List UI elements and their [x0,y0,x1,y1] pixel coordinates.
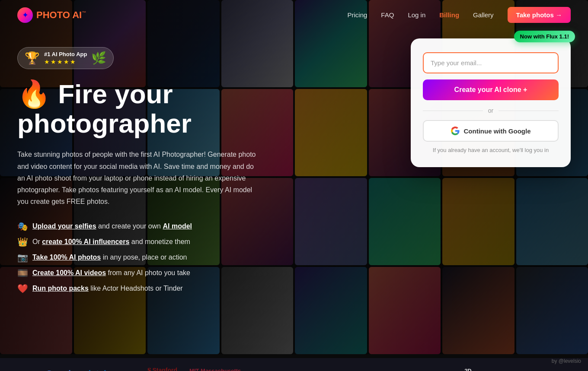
award-badge: 🏆 #1 AI Photo App ★★★★★ 🌿 [17,47,114,69]
videos-text: Create 100% AI videos from any AI photo … [32,269,190,277]
logo-icon: ✦ [17,7,33,23]
signin-hint: If you already have an account, we'll lo… [423,147,559,153]
feature-videos: 🎞️ Create 100% AI videos from any AI pho… [17,268,303,278]
google-icon [451,127,460,135]
hero-title: 🔥 Fire your photographer [17,79,303,138]
nav-gallery[interactable]: Gallery [473,11,494,19]
title-line2: photographer [17,108,192,138]
laurel-left: 🏆 [25,51,40,65]
brand-google: Google [46,369,76,371]
photo-packs-link[interactable]: Run photo packs [32,285,89,292]
create-influencers-link[interactable]: create 100% AI influencers [42,238,129,245]
photos-emoji: 📷 [17,252,28,263]
influencers-emoji: 👑 [17,237,28,247]
create-clone-button[interactable]: Create your AI clone + [423,79,559,100]
brand-pwc: pwc [120,369,135,371]
nav-login[interactable]: Log in [408,11,425,19]
feature-influencers: 👑 Or create 100% AI influencers and mone… [17,237,303,247]
email-input[interactable] [423,52,559,73]
nav-billing[interactable]: Billing [439,11,459,19]
title-emoji: 🔥 [17,79,51,109]
award-stars: ★★★★★ [44,58,87,65]
brands-bar: used by Google intel. pwc 𝐒 StanfordUniv… [0,358,588,371]
hero-description: Take stunning photos of people with the … [17,149,259,207]
feature-packs: ❤️ Run photo packs like Actor Headshots … [17,283,303,294]
nav-faq[interactable]: FAQ [381,11,394,19]
packs-emoji: ❤️ [17,283,28,294]
brand-intel: intel. [88,369,108,371]
brands-used: Google intel. pwc 𝐒 StanfordUniversity M… [46,367,251,371]
photos-text: Take 100% AI photos in any pose, place o… [32,254,187,261]
packs-text: Run photo packs like Actor Headshots or … [32,285,183,292]
logo[interactable]: ✦ PHOTO AI™ [17,7,86,23]
signup-area: Now with Flux 1.1! Create your AI clone … [411,38,571,167]
navbar: ✦ PHOTO AI™ Pricing FAQ Log in Billing G… [0,0,588,30]
hero-features: 🎭 Upload your selfies and create your ow… [17,221,303,294]
videos-emoji: 🎞️ [17,268,28,278]
take-photos-link[interactable]: Take 100% AI photos [32,254,101,261]
google-button-label: Continue with Google [464,127,531,135]
hero-content: 🏆 #1 AI Photo App ★★★★★ 🌿 🔥 Fire your ph… [17,38,303,294]
brand-stanford: 𝐒 StanfordUniversity [147,367,177,371]
logo-text: PHOTO AI™ [36,10,86,21]
influencers-text: Or create 100% AI influencers and moneti… [32,238,190,246]
nav-links: Pricing FAQ Log in Billing Gallery Take … [348,7,571,23]
brand-zdnet: 2DNET [464,368,476,371]
hero-section: 🏆 #1 AI Photo App ★★★★★ 🌿 🔥 Fire your ph… [0,30,588,358]
create-videos-link[interactable]: Create 100% AI videos [32,269,106,276]
brand-mit: MIT MassachusettsInstitute of Technology [189,368,251,371]
ai-model-link[interactable]: AI model [163,222,192,230]
feature-photos: 📷 Take 100% AI photos in any pose, place… [17,252,303,263]
laurel-right: 🌿 [91,51,106,65]
nav-pricing[interactable]: Pricing [348,11,368,19]
feature-selfies: 🎭 Upload your selfies and create your ow… [17,221,303,231]
brands-media: The New York Times 🛍 Shopify TC TechCrun… [293,368,556,371]
or-divider: or [423,107,559,114]
selfies-emoji: 🎭 [17,221,28,231]
take-photos-button[interactable]: Take photos → [508,7,571,23]
by-levelsio: by @levelsio [552,358,581,364]
flux-badge: Now with Flux 1.1! [514,31,575,42]
selfies-text: Upload your selfies and create your own … [32,222,192,230]
upload-selfies-link[interactable]: Upload your selfies [32,222,96,230]
award-text: #1 AI Photo App [44,51,87,57]
signup-card: Create your AI clone + or Continue with … [411,38,571,167]
google-signin-button[interactable]: Continue with Google [423,120,559,142]
